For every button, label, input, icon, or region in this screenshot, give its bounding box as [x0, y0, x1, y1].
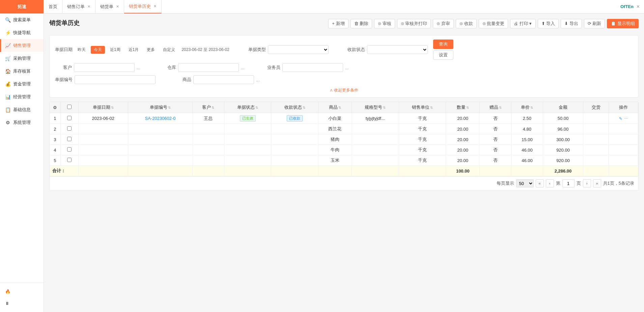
col-gift[interactable]: 赠品⇅: [480, 102, 511, 113]
sidebar-item-search-menu[interactable]: 🔍 搜索菜单: [0, 14, 44, 26]
row-num: 3: [50, 134, 60, 145]
collect-button[interactable]: ⊙ 收款: [456, 19, 477, 28]
page-input[interactable]: [562, 179, 575, 187]
collect-status-select[interactable]: [367, 45, 428, 54]
sidebar-item-purchase-mgmt[interactable]: 🛒 采购管理: [0, 52, 44, 65]
page-suffix: 页: [577, 180, 581, 186]
goods-input[interactable]: [193, 75, 254, 84]
col-doc-no[interactable]: 单据编号⇅: [128, 102, 193, 113]
date-btn-more[interactable]: 更多: [144, 46, 158, 54]
col-date[interactable]: 单据日期⇅: [78, 102, 128, 113]
abandon-button[interactable]: ⊙ 弃审: [433, 19, 454, 28]
sidebar-item-sales-mgmt[interactable]: 📈 销售管理: [0, 39, 44, 52]
query-button[interactable]: 查询: [433, 40, 453, 49]
row-checkbox[interactable]: [67, 126, 72, 131]
col-doc-status[interactable]: 单据状态⇅: [224, 102, 271, 113]
col-settings[interactable]: ⚙: [50, 102, 60, 113]
row-checkbox[interactable]: [67, 116, 72, 120]
sidebar-bottom-item1[interactable]: 🔥: [0, 286, 44, 297]
delete-button[interactable]: 🗑 删除: [351, 19, 372, 28]
sales-icon: 📈: [5, 43, 10, 48]
close-tab-sales-history[interactable]: ✕: [153, 4, 157, 8]
topbar: 首页 销售订单 ✕ 销货单 ✕ 销货单历史 ✕ OfTEn ✕: [44, 0, 644, 14]
row-doc-status: 已生效: [224, 113, 271, 124]
settings-button[interactable]: 设置: [433, 50, 453, 60]
doc-no-input[interactable]: [75, 75, 156, 84]
col-qty[interactable]: 数量⇅: [446, 102, 480, 113]
per-page-select[interactable]: 50 20 100: [516, 179, 534, 187]
export-button[interactable]: ⬇ 导出: [561, 19, 582, 28]
tab-home[interactable]: 首页: [44, 0, 62, 14]
date-btn-last1m[interactable]: 近1月: [125, 46, 142, 54]
fire-icon: 🔥: [5, 289, 10, 294]
action-btn[interactable]: ⋯: [624, 116, 628, 121]
col-goods[interactable]: 商品⇅: [318, 102, 352, 113]
close-tab-sales-order[interactable]: ✕: [87, 4, 90, 9]
date-btn-yesterday[interactable]: 昨天: [75, 46, 89, 54]
customer-dots[interactable]: ...: [137, 65, 140, 70]
sidebar-item-basic-info[interactable]: 📋 基础信息: [0, 103, 44, 116]
finance-icon: 💰: [5, 81, 10, 87]
sidebar-item-finance-mgmt[interactable]: 💰 资金管理: [0, 78, 44, 90]
close-tab-sales-goods[interactable]: ✕: [116, 4, 119, 9]
sidebar-item-inventory[interactable]: 🏠 库存核算: [0, 65, 44, 78]
row-unit: 千克: [399, 155, 446, 166]
import-button[interactable]: ⬆ 导入: [538, 19, 559, 28]
sidebar-item-ops-mgmt[interactable]: 📊 经营管理: [0, 90, 44, 103]
salesperson-input[interactable]: [282, 63, 343, 72]
row-goods: 牛肉: [318, 145, 352, 155]
col-price[interactable]: 单价⇅: [511, 102, 543, 113]
tab-sales-goods[interactable]: 销货单 ✕: [95, 0, 124, 14]
filter-collect-status: 收款状态: [347, 45, 428, 54]
next-page-btn[interactable]: ›: [583, 179, 591, 187]
filter-customer: 客户 ...: [55, 63, 140, 72]
sidebar-bottom-item2[interactable]: ⏸: [0, 297, 44, 309]
sidebar-item-quick-nav[interactable]: ⚡ 快捷导航: [0, 26, 44, 39]
row-checkbox[interactable]: [67, 158, 72, 162]
topbar-close-btn[interactable]: ✕: [636, 4, 640, 9]
audit-print-button[interactable]: ⊙ 审核并打印: [397, 19, 431, 28]
goods-dots[interactable]: ...: [256, 77, 260, 82]
row-checkbox[interactable]: [67, 147, 72, 152]
col-customer[interactable]: 客户⇅: [193, 102, 224, 113]
date-btn-today[interactable]: 今天: [91, 46, 105, 54]
sidebar-item-sys-mgmt[interactable]: ⚙ 系统管理: [0, 116, 44, 129]
col-actions: 操作: [609, 102, 638, 113]
sum-row: 合计： 100.00 2,286.00: [50, 166, 638, 176]
prev-page-btn[interactable]: ‹: [546, 179, 554, 187]
row-goods: 猪肉: [318, 134, 352, 145]
col-spec[interactable]: 规格型号⇅: [352, 102, 399, 113]
batch-change-button[interactable]: ⊙ 批量变更: [479, 19, 508, 28]
date-btn-custom[interactable]: 自定义: [160, 46, 178, 54]
refresh-button[interactable]: ⟳ 刷新: [584, 19, 605, 28]
salesperson-dots[interactable]: ...: [345, 65, 349, 70]
last-page-btn[interactable]: »: [593, 179, 601, 187]
table-header-row: ⚙ 单据日期⇅ 单据编号⇅ 客户⇅ 单据状态⇅ 收款状态⇅ 商品⇅ 规格型号⇅ …: [50, 102, 638, 113]
sidebar-logo: 拓速: [0, 0, 44, 14]
date-btn-last7[interactable]: 近1周: [107, 46, 123, 54]
select-all-checkbox[interactable]: [67, 105, 72, 109]
customer-input[interactable]: [74, 63, 135, 72]
warehouse-dots[interactable]: ...: [241, 65, 245, 70]
display-button[interactable]: 📋 显示明细: [607, 19, 639, 28]
doc-type-select[interactable]: [268, 45, 329, 54]
print-button[interactable]: 🖨 打印 ▾: [510, 19, 535, 28]
new-button[interactable]: + 新增: [328, 19, 348, 28]
col-collect-status[interactable]: 收款状态⇅: [271, 102, 318, 113]
tab-sales-order[interactable]: 销售订单 ✕: [62, 0, 95, 14]
total-info: 共1页，5条记录: [603, 180, 634, 186]
filter-collapse-btn[interactable]: ∧ 收起更多条件: [55, 87, 633, 93]
customer-label: 客户: [55, 64, 72, 71]
audit-button[interactable]: ⊙ 审核: [374, 19, 395, 28]
first-page-btn[interactable]: «: [536, 179, 544, 187]
col-unit[interactable]: 销售单位⇅: [399, 102, 446, 113]
tab-sales-history[interactable]: 销货单历史 ✕: [124, 0, 162, 14]
table-row: 1 2023-06-02 SA-20230602-0 王总 已生效 已收款 小白…: [50, 113, 638, 124]
row-actions: ✎⋯: [609, 113, 638, 124]
action-btn[interactable]: ✎: [619, 116, 622, 121]
warehouse-input[interactable]: [178, 63, 239, 72]
row-date: [78, 134, 128, 145]
row-checkbox[interactable]: [67, 137, 72, 141]
row-actions: [609, 145, 638, 155]
toolbar: + 新增 🗑 删除 ⊙ 审核 ⊙ 审核并打印 ⊙ 弃审 ⊙ 收款 ⊙ 批量变更 …: [328, 19, 639, 28]
